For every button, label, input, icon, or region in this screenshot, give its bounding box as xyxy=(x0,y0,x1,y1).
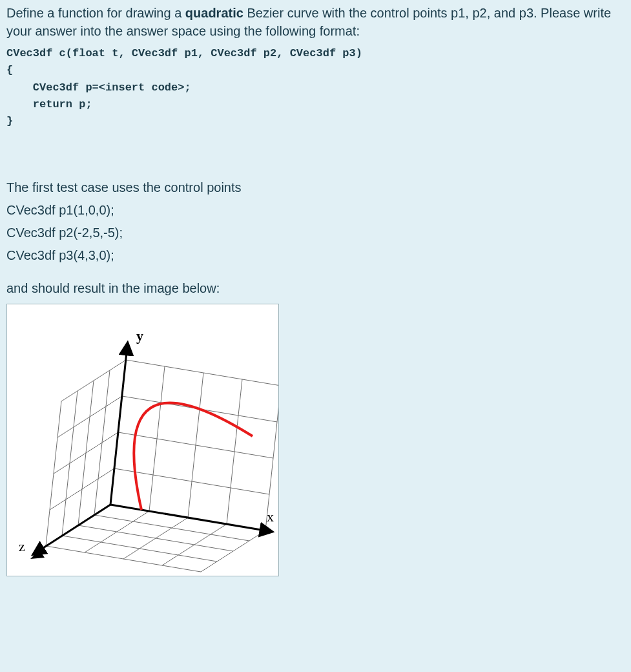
grid-floor xyxy=(46,505,265,572)
plot-svg: y x z xyxy=(7,304,278,576)
code-line-4: return p; xyxy=(6,98,92,110)
axis-label-y: y xyxy=(136,328,143,344)
axis-label-z: z xyxy=(19,538,25,554)
svg-line-28 xyxy=(62,391,78,536)
grid-backwall xyxy=(110,360,278,530)
svg-line-29 xyxy=(46,401,61,546)
axis-x xyxy=(110,505,269,531)
code-line-5: } xyxy=(6,115,13,127)
svg-line-27 xyxy=(78,381,94,525)
result-text: and should result in the image below: xyxy=(6,281,625,296)
figure-3d-plot: y x z xyxy=(6,304,279,576)
problem-page: Define a function for drawing a quadrati… xyxy=(0,0,631,672)
code-template: CVec3df c(float t, CVec3df p1, CVec3df p… xyxy=(6,45,625,131)
axis-y xyxy=(110,346,127,505)
svg-line-18 xyxy=(227,379,242,524)
code-line-2: { xyxy=(6,64,13,76)
intro-paragraph: Define a function for drawing a quadrati… xyxy=(6,4,625,40)
svg-line-17 xyxy=(188,373,203,518)
code-line-3: CVec3df p=<insert code>; xyxy=(6,81,191,94)
intro-bold: quadratic xyxy=(185,6,243,20)
test-intro: The first test case uses the control poi… xyxy=(6,178,625,196)
bezier-curve xyxy=(134,403,253,510)
svg-line-6 xyxy=(85,511,149,552)
svg-line-26 xyxy=(94,370,110,515)
svg-line-9 xyxy=(201,530,265,572)
svg-line-7 xyxy=(123,518,188,559)
control-point-p1: CVec3df p1(1,0,0); xyxy=(6,202,625,219)
svg-line-16 xyxy=(149,366,165,511)
code-line-1: CVec3df c(float t, CVec3df p1, CVec3df p… xyxy=(6,47,362,59)
control-point-p3: CVec3df p3(4,3,0); xyxy=(6,247,625,264)
axis-label-x: x xyxy=(267,509,274,525)
svg-line-8 xyxy=(162,524,227,565)
control-point-p2: CVec3df p2(-2,5,-5); xyxy=(6,224,625,242)
intro-seg1: Define a function for drawing a xyxy=(6,6,185,20)
